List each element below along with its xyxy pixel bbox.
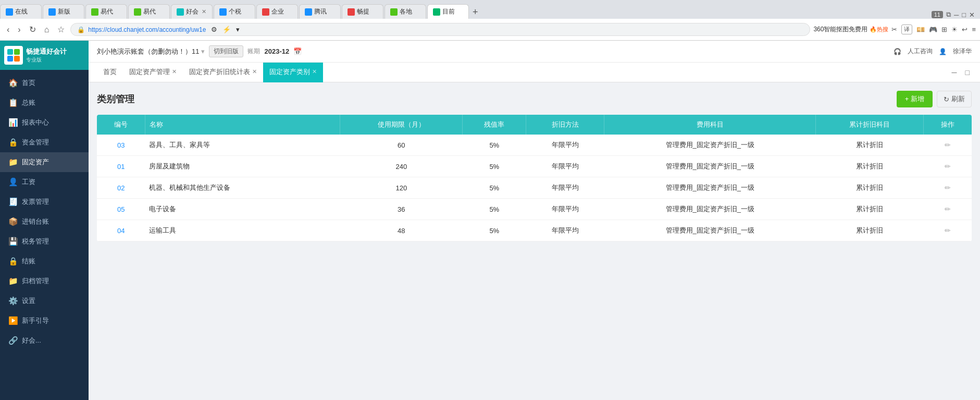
row4-edit-button[interactable]: ✏ [941,225,954,236]
sidebar-item-settlement[interactable]: 🔒 结账 [0,251,89,271]
undo-icon[interactable]: ↩ [962,26,967,33]
content-maximize-btn[interactable]: □ [963,67,972,78]
sidebar-item-more[interactable]: 🔗 好会... [0,331,89,350]
row0-months: 60 [340,135,463,156]
browser-tab-1[interactable]: 在线 [0,4,42,19]
row2-edit-button[interactable]: ✏ [941,183,954,193]
bookmark-button[interactable]: ☆ [55,23,67,35]
app-layout: 畅捷通好会计 专业版 🏠 首页 📋 总账 📊 报表中心 🔒 资金管理 [0,41,980,400]
brightness-icon[interactable]: ☀ [951,26,958,33]
currency-icon[interactable]: 💴 [916,26,925,33]
window-close-btn[interactable]: ✕ [969,11,975,19]
browser-tab-3[interactable]: 易代 [85,4,127,19]
svg-rect-3 [14,56,20,62]
sidebar-item-label-home: 首页 [22,78,35,88]
content-tab-asset-mgmt-close[interactable]: ✕ [172,68,177,75]
site-info-icon[interactable]: ⚙ [211,26,217,33]
row3-edit-button[interactable]: ✏ [941,204,954,214]
browser-tab-2[interactable]: 新版 [43,4,84,19]
forward-button[interactable]: › [15,24,23,35]
minimize-btn[interactable]: ─ [954,11,959,19]
home-button[interactable]: ⌂ [42,24,52,35]
row2-code[interactable]: 02 [97,177,145,199]
content-tab-depreciation[interactable]: 固定资产折旧统计表 ✕ [183,63,263,82]
avatar-icon: 👤 [939,48,947,55]
new-tab-button[interactable]: + [470,6,481,19]
sidebar-item-guide[interactable]: ▶️ 新手引导 [0,311,89,331]
user-selector[interactable]: 刘小艳演示账套（勿删勿动！）11 ▾ [97,47,205,56]
guide-icon: ▶️ [8,316,18,325]
content-tab-home[interactable]: 首页 [97,63,123,82]
sidebar-item-ledger[interactable]: 📋 总账 [0,93,89,113]
sidebar-nav: 🏠 首页 📋 总账 📊 报表中心 🔒 资金管理 📁 固定资产 👤 工资 [0,70,89,400]
row1-edit-button[interactable]: ✏ [941,161,954,172]
sidebar-item-fund[interactable]: 🔒 资金管理 [0,132,89,152]
version-switch-button[interactable]: 切到旧版 [209,45,243,57]
sidebar-item-label-guide: 新手引导 [22,316,49,325]
browser-tab-7[interactable]: 企业 [256,4,298,19]
purchase-icon: 📦 [8,217,18,226]
sidebar-item-home[interactable]: 🏠 首页 [0,73,89,93]
svg-rect-1 [14,49,20,55]
table-row: 02 机器、机械和其他生产设备 120 5% 年限平均 管理费用_固定资产折旧_… [97,177,972,199]
back-button[interactable]: ‹ [4,24,12,35]
browser-tab-5[interactable]: 好会 ✕ [171,4,213,19]
maximize-btn[interactable]: □ [962,11,966,19]
browser-tab-8[interactable]: 腾讯 [299,4,341,19]
browser-tab-6[interactable]: 个税 [214,4,255,19]
archive-icon: 📁 [8,276,18,286]
content-minimize-btn[interactable]: ─ [950,67,959,78]
sidebar-item-archive[interactable]: 📁 归档管理 [0,271,89,291]
sidebar-item-label-fund: 资金管理 [22,138,49,147]
row2-action: ✏ [923,177,972,199]
invoice-icon: 🧾 [8,197,18,207]
dropdown-icon[interactable]: ▾ [236,26,240,33]
row4-method: 年限平均 [526,220,604,241]
sidebar-logo: 畅捷通好会计 专业版 [0,41,89,70]
translate-icon[interactable]: 译 [901,25,912,34]
col-header-name: 名称 [145,115,340,135]
logo-icon [4,46,23,65]
content-tab-category-close[interactable]: ✕ [312,68,317,75]
content-tab-category[interactable]: 固定资产类别 ✕ [263,63,323,82]
refresh-button[interactable]: ↻ 刷新 [937,91,972,107]
content-tab-asset-mgmt[interactable]: 固定资产管理 ✕ [123,63,183,82]
grid-icon[interactable]: ⊞ [941,26,947,33]
calendar-icon[interactable]: 📅 [293,47,302,55]
main-content: 刘小艳演示账套（勿删勿动！）11 ▾ 切到旧版 账期 2023-12 📅 🎧 人… [89,41,980,400]
browser-tab-4[interactable]: 易代 [128,4,170,19]
sidebar-item-tax[interactable]: 💾 税务管理 [0,232,89,251]
tab-close-5[interactable]: ✕ [202,8,206,15]
col-header-residual: 残值率 [463,115,526,135]
browser-chrome: 在线 新版 易代 易代 好会 ✕ 个税 企业 腾讯 [0,0,980,41]
content-tab-category-label: 固定资产类别 [269,67,310,77]
row0-edit-button[interactable]: ✏ [941,140,954,150]
sidebar-item-report[interactable]: 📊 报表中心 [0,113,89,132]
consult-label[interactable]: 人工咨询 [908,47,933,56]
cut-icon[interactable]: ✂ [891,26,897,33]
row3-residual: 5% [463,199,526,220]
address-field[interactable]: 🔒 https://cloud.chanjet.com/accounting/u… [70,23,810,36]
content-tab-depreciation-close[interactable]: ✕ [252,68,257,75]
row0-code[interactable]: 03 [97,135,145,156]
search-area: 360智能抠图免费用 🔥热搜 [813,25,888,34]
sidebar-item-invoice[interactable]: 🧾 发票管理 [0,192,89,212]
reload-button[interactable]: ↻ [27,23,39,35]
game-icon[interactable]: 🎮 [929,26,937,33]
add-button[interactable]: + 新增 [897,91,933,107]
browser-tab-10[interactable]: 各地 [384,4,426,19]
table-header: 编号 名称 使用期限（月） 残值率 折旧方法 费用科目 累计折旧科目 操作 [97,115,972,135]
browser-tab-9[interactable]: 畅提 [342,4,383,19]
menu-icon[interactable]: ≡ [972,26,976,33]
sidebar-item-salary[interactable]: 👤 工资 [0,172,89,192]
sidebar-item-purchase[interactable]: 📦 进销台账 [0,212,89,232]
sidebar-item-settings[interactable]: ⚙️ 设置 [0,291,89,311]
row4-code[interactable]: 04 [97,220,145,241]
sidebar-item-fixed-asset[interactable]: 📁 固定资产 [0,152,89,172]
browser-tab-11[interactable]: 目前 [427,4,469,19]
restore-btn[interactable]: ⧉ [946,10,951,19]
row1-code[interactable]: 01 [97,156,145,177]
row3-code[interactable]: 05 [97,199,145,220]
col-header-expense: 费用科目 [604,115,816,135]
row4-action: ✏ [923,220,972,241]
